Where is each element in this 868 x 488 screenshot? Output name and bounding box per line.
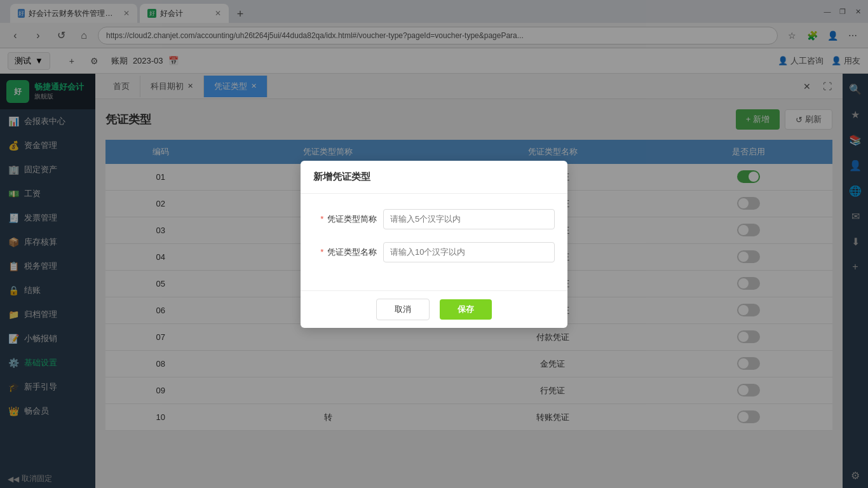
- required-star-abbr: *: [320, 214, 323, 224]
- label-name-text: 凭证类型名称: [327, 247, 377, 257]
- modal-title: 新增凭证类型: [313, 171, 370, 183]
- required-star-name: *: [320, 247, 323, 257]
- form-row-name: * 凭证类型名称: [313, 242, 555, 262]
- cancel-button[interactable]: 取消: [376, 299, 430, 320]
- input-name[interactable]: [383, 242, 555, 262]
- input-abbr[interactable]: [383, 209, 555, 229]
- form-row-abbr: * 凭证类型简称: [313, 209, 555, 229]
- modal-footer: 取消 保存: [301, 290, 567, 328]
- save-button[interactable]: 保存: [440, 299, 492, 320]
- modal-overlay: 新增凭证类型 * 凭证类型简称 * 凭证类型名称 取消 保存: [0, 0, 868, 488]
- modal-body: * 凭证类型简称 * 凭证类型名称: [301, 194, 567, 290]
- form-label-abbr: * 凭证类型简称: [313, 214, 377, 225]
- modal-box: 新增凭证类型 * 凭证类型简称 * 凭证类型名称 取消 保存: [301, 161, 567, 328]
- modal-header: 新增凭证类型: [301, 161, 567, 194]
- form-label-name: * 凭证类型名称: [313, 247, 377, 258]
- label-abbr-text: 凭证类型简称: [327, 214, 377, 224]
